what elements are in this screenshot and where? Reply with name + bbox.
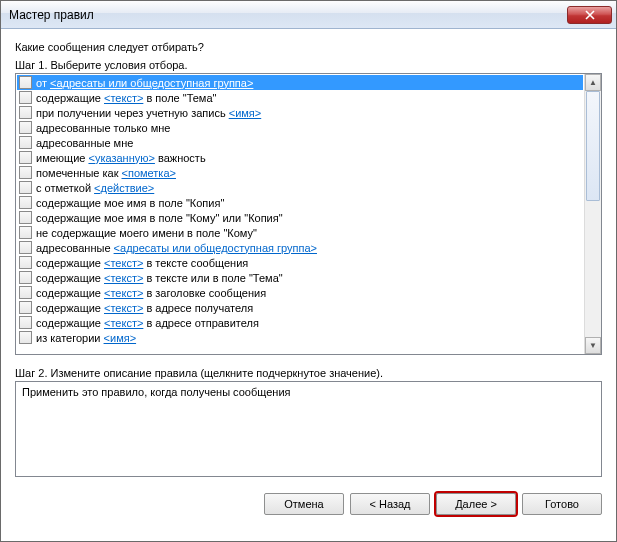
scroll-up-button[interactable]: ▲	[585, 74, 601, 91]
condition-row[interactable]: содержащие <текст> в адресе отправителя	[17, 315, 583, 330]
titlebar: Мастер правил	[1, 1, 616, 29]
condition-placeholder-link[interactable]: <указанную>	[88, 152, 154, 164]
condition-placeholder-link[interactable]: <имя>	[229, 107, 262, 119]
condition-text: содержащие <текст> в тексте сообщения	[36, 257, 248, 269]
condition-row[interactable]: содержащие <текст> в тексте или в поле "…	[17, 270, 583, 285]
condition-row[interactable]: содержащие <текст> в поле "Тема"	[17, 90, 583, 105]
condition-row[interactable]: адресованные мне	[17, 135, 583, 150]
condition-text: помеченные как <пометка>	[36, 167, 176, 179]
condition-text: содержащие <текст> в адресе получателя	[36, 302, 253, 314]
condition-placeholder-link[interactable]: <адресаты или общедоступная группа>	[50, 77, 253, 89]
condition-placeholder-link[interactable]: <текст>	[104, 317, 143, 329]
condition-row[interactable]: от <адресаты или общедоступная группа>	[17, 75, 583, 90]
condition-text: содержащие мое имя в поле "Копия"	[36, 197, 224, 209]
finish-button[interactable]: Готово	[522, 493, 602, 515]
condition-checkbox[interactable]	[19, 211, 32, 224]
condition-checkbox[interactable]	[19, 181, 32, 194]
condition-checkbox[interactable]	[19, 121, 32, 134]
condition-placeholder-link[interactable]: <текст>	[104, 257, 143, 269]
condition-checkbox[interactable]	[19, 136, 32, 149]
condition-checkbox[interactable]	[19, 196, 32, 209]
condition-checkbox[interactable]	[19, 106, 32, 119]
condition-row[interactable]: адресованные <адресаты или общедоступная…	[17, 240, 583, 255]
condition-checkbox[interactable]	[19, 286, 32, 299]
condition-row[interactable]: адресованные только мне	[17, 120, 583, 135]
condition-text: от <адресаты или общедоступная группа>	[36, 77, 253, 89]
rule-description-box[interactable]: Применить это правило, когда получены со…	[15, 381, 602, 477]
condition-row[interactable]: содержащие мое имя в поле "Копия"	[17, 195, 583, 210]
scroll-thumb[interactable]	[586, 91, 600, 201]
condition-checkbox[interactable]	[19, 226, 32, 239]
next-button[interactable]: Далее >	[436, 493, 516, 515]
condition-text: содержащие <текст> в заголовке сообщения	[36, 287, 266, 299]
condition-placeholder-link[interactable]: <текст>	[104, 302, 143, 314]
condition-row[interactable]: содержащие <текст> в адресе получателя	[17, 300, 583, 315]
condition-checkbox[interactable]	[19, 151, 32, 164]
prompt-text: Какие сообщения следует отбирать?	[15, 41, 602, 53]
condition-checkbox[interactable]	[19, 166, 32, 179]
condition-text: из категории <имя>	[36, 332, 136, 344]
scrollbar[interactable]: ▲ ▼	[584, 74, 601, 354]
condition-text: адресованные только мне	[36, 122, 170, 134]
back-button[interactable]: < Назад	[350, 493, 430, 515]
step1-label: Шаг 1. Выберите условия отбора.	[15, 59, 602, 71]
condition-checkbox[interactable]	[19, 241, 32, 254]
close-button[interactable]	[567, 6, 612, 24]
condition-text: содержащие мое имя в поле "Кому" или "Ко…	[36, 212, 283, 224]
dialog-content: Какие сообщения следует отбирать? Шаг 1.…	[1, 29, 616, 541]
condition-row[interactable]: при получении через учетную запись <имя>	[17, 105, 583, 120]
condition-row[interactable]: имеющие <указанную> важность	[17, 150, 583, 165]
condition-placeholder-link[interactable]: <имя>	[104, 332, 137, 344]
condition-row[interactable]: из категории <имя>	[17, 330, 583, 345]
scroll-track[interactable]	[585, 91, 601, 337]
condition-checkbox[interactable]	[19, 316, 32, 329]
cancel-button[interactable]: Отмена	[264, 493, 344, 515]
condition-row[interactable]: содержащие <текст> в заголовке сообщения	[17, 285, 583, 300]
scroll-down-button[interactable]: ▼	[585, 337, 601, 354]
condition-placeholder-link[interactable]: <текст>	[104, 92, 143, 104]
condition-checkbox[interactable]	[19, 301, 32, 314]
conditions-list[interactable]: от <адресаты или общедоступная группа>со…	[16, 74, 584, 354]
condition-text: не содержащие моего имени в поле "Кому"	[36, 227, 257, 239]
condition-checkbox[interactable]	[19, 91, 32, 104]
condition-checkbox[interactable]	[19, 76, 32, 89]
condition-row[interactable]: содержащие <текст> в тексте сообщения	[17, 255, 583, 270]
condition-text: адресованные мне	[36, 137, 133, 149]
condition-text: при получении через учетную запись <имя>	[36, 107, 261, 119]
condition-text: содержащие <текст> в адресе отправителя	[36, 317, 259, 329]
condition-placeholder-link[interactable]: <текст>	[104, 272, 143, 284]
condition-row[interactable]: помеченные как <пометка>	[17, 165, 583, 180]
condition-placeholder-link[interactable]: <действие>	[94, 182, 154, 194]
condition-row[interactable]: содержащие мое имя в поле "Кому" или "Ко…	[17, 210, 583, 225]
rule-description-text: Применить это правило, когда получены со…	[22, 386, 291, 398]
condition-row[interactable]: с отметкой <действие>	[17, 180, 583, 195]
condition-placeholder-link[interactable]: <адресаты или общедоступная группа>	[114, 242, 317, 254]
condition-row[interactable]: не содержащие моего имени в поле "Кому"	[17, 225, 583, 240]
condition-checkbox[interactable]	[19, 256, 32, 269]
condition-checkbox[interactable]	[19, 331, 32, 344]
condition-text: адресованные <адресаты или общедоступная…	[36, 242, 317, 254]
condition-text: имеющие <указанную> важность	[36, 152, 206, 164]
condition-placeholder-link[interactable]: <текст>	[104, 287, 143, 299]
step2-label: Шаг 2. Измените описание правила (щелкни…	[15, 367, 602, 379]
condition-placeholder-link[interactable]: <пометка>	[122, 167, 176, 179]
conditions-listbox: от <адресаты или общедоступная группа>со…	[15, 73, 602, 355]
window-title: Мастер правил	[9, 8, 94, 22]
condition-text: содержащие <текст> в поле "Тема"	[36, 92, 216, 104]
close-icon	[585, 10, 595, 20]
condition-checkbox[interactable]	[19, 271, 32, 284]
condition-text: с отметкой <действие>	[36, 182, 154, 194]
condition-text: содержащие <текст> в тексте или в поле "…	[36, 272, 283, 284]
button-row: Отмена < Назад Далее > Готово	[15, 487, 602, 515]
rules-wizard-dialog: Мастер правил Какие сообщения следует от…	[0, 0, 617, 542]
